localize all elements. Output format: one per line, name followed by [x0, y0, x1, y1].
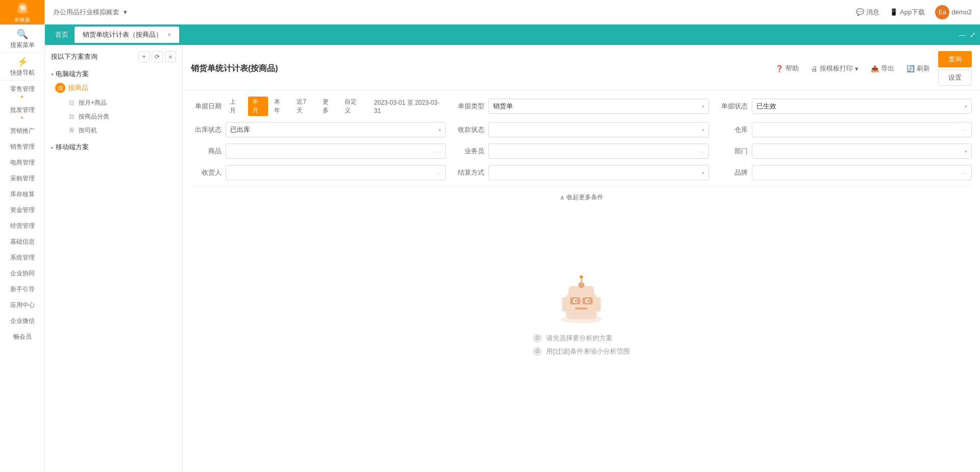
tip-2-text: 用[过滤]条件来缩小分析范围: [546, 347, 629, 356]
receiver-dots-icon: ···: [435, 169, 441, 177]
out-status-value: 已出库: [230, 125, 250, 134]
settings-btn[interactable]: 设置: [938, 69, 972, 86]
right-content: 销货单统计计表(按商品) ❓ 帮助 🖨 按模板打印 ▾ 📤 导出: [183, 45, 980, 472]
brand-label: 品牌: [717, 168, 748, 177]
tab-sales-report-label: 销货单统计计表（按商品）: [83, 30, 162, 39]
active-item-icon-text: 按: [58, 84, 63, 92]
date-tab-more[interactable]: 更多: [318, 97, 339, 116]
filter-row-3: 商品 ··· 业务员 ···: [191, 144, 972, 159]
sidebar-item-basic[interactable]: 基础信息: [0, 233, 44, 249]
sidebar-item-member[interactable]: 畅会员: [0, 328, 44, 344]
user-profile[interactable]: Ea demo2: [935, 5, 972, 19]
retail-label: 零售管理: [10, 85, 35, 93]
tree-group-pc[interactable]: ▾ 电脑端方案: [45, 66, 182, 80]
wholesale-arrow: ▴: [21, 114, 23, 120]
sidebar-item-retail[interactable]: 零售管理 ▴: [0, 81, 44, 102]
receiver-label: 收货人: [191, 168, 222, 177]
date-tabs: 上月 本月 本年 近7天 更多 自定义: [226, 97, 367, 116]
sidebar-item-system[interactable]: 系统管理: [0, 249, 44, 265]
sub-item-label-2: 按商品分类: [79, 112, 109, 121]
sidebar-item-apps[interactable]: 应用中心: [0, 297, 44, 313]
salesperson-label: 业务员: [454, 147, 484, 156]
payment-method-select[interactable]: ▾: [488, 165, 708, 180]
sidebar-item-finance[interactable]: 资金管理: [0, 202, 44, 218]
sidebar-item-wechat[interactable]: 企业微信: [0, 313, 44, 328]
tree-sub-item-driver[interactable]: 库 按司机: [45, 124, 182, 137]
purchase-label: 采购管理: [10, 174, 35, 183]
sidebar-item-sales[interactable]: 销售管理: [0, 138, 44, 154]
collapse-filters-btn[interactable]: ∧ 收起更多条件: [557, 190, 606, 205]
tab-home[interactable]: 首页: [49, 27, 75, 43]
sidebar-search-item[interactable]: 🔍 搜索菜单: [0, 25, 44, 53]
filter-row-4: 收货人 ··· 结算方式 ▾: [191, 165, 972, 180]
sidebar-item-ecommerce[interactable]: 电商管理: [0, 154, 44, 170]
sidebar-item-purchase[interactable]: 采购管理: [0, 170, 44, 186]
svg-rect-4: [566, 294, 597, 319]
tab-sales-report[interactable]: 销货单统计计表（按商品） ×: [75, 27, 179, 43]
doc-status-select[interactable]: 已生效 ▾: [752, 99, 972, 114]
sidebar-item-operations[interactable]: 经营管理: [0, 218, 44, 233]
sidebar-item-inventory[interactable]: 库存核算: [0, 186, 44, 202]
tip-1-text: 请先选择要分析的方案: [546, 334, 612, 343]
date-tab-last-month[interactable]: 上月: [226, 97, 246, 116]
add-scheme-btn[interactable]: +: [138, 51, 150, 62]
brand-input[interactable]: ···: [752, 165, 972, 180]
tree-sub-item-month-product[interactable]: 日 按月+商品: [45, 96, 182, 110]
payment-status-select[interactable]: ▾: [488, 122, 708, 137]
filter-item-date: 单据日期 上月 本月 本年 近7天 更多 自定义 2023-03-01 至 20…: [191, 97, 446, 116]
doc-type-value: 销货单: [493, 102, 513, 111]
inventory-label: 库存核算: [10, 190, 35, 199]
query-btn[interactable]: 查询: [938, 51, 972, 67]
receiver-input[interactable]: ···: [226, 165, 446, 180]
filter-item-receiver: 收货人 ···: [191, 165, 446, 180]
help-btn[interactable]: ❓ 帮助: [771, 61, 803, 76]
out-status-select[interactable]: 已出库 ▾: [226, 122, 446, 137]
sidebar-item-marketing[interactable]: 营销推广: [0, 123, 44, 138]
filter-row-1: 单据日期 上月 本月 本年 近7天 更多 自定义 2023-03-01 至 20…: [191, 97, 972, 116]
sidebar: 畅 标账版 🔍 搜索菜单 ⚡ 快捷导航 零售管理 ▴ 批发管理 ▴ 营销推广 销…: [0, 0, 45, 472]
filter-item-payment-status: 收款状态 ▾: [454, 122, 708, 137]
sidebar-item-guide[interactable]: 新手引导: [0, 281, 44, 297]
tree-group-mobile[interactable]: ▸ 移动端方案: [45, 139, 182, 153]
empty-tip-1: ① 请先选择要分析的方案: [533, 334, 629, 343]
sub-item-icon-1: 日: [67, 99, 76, 107]
sidebar-item-enterprise[interactable]: 企业协同: [0, 265, 44, 281]
expand-icon[interactable]: ⤢: [970, 31, 976, 39]
filter-row-2: 出库状态 已出库 ▾ 收款状态 ▾: [191, 122, 972, 137]
print-label: 按模板打印: [820, 64, 853, 73]
doc-status-value: 已生效: [756, 102, 776, 111]
print-btn[interactable]: 🖨 按模板打印 ▾: [807, 61, 863, 76]
department-select[interactable]: ▾: [752, 144, 972, 159]
message-btn[interactable]: 💬 消息: [856, 8, 879, 17]
sidebar-item-quicknav[interactable]: ⚡ 快捷导航: [0, 53, 44, 80]
tree-sub-item-category[interactable]: 目 按商品分类: [45, 110, 182, 124]
svg-rect-11: [575, 308, 587, 310]
date-tab-7days[interactable]: 近7天: [292, 97, 316, 116]
date-tab-custom[interactable]: 自定义: [340, 97, 367, 116]
date-tab-this-year[interactable]: 本年: [270, 97, 290, 116]
refresh-btn[interactable]: 🔄 刷新: [902, 61, 934, 76]
collapse-panel-btn[interactable]: «: [165, 51, 176, 62]
svg-point-15: [578, 282, 584, 288]
product-dots-icon: ···: [435, 148, 441, 155]
product-input[interactable]: ···: [226, 144, 446, 159]
doc-type-select[interactable]: 销货单 ▾: [488, 99, 708, 114]
tab-close-btn[interactable]: ×: [167, 31, 171, 38]
tree-item-by-product[interactable]: 按 按商品: [45, 80, 182, 96]
collapse-icon: ∧: [560, 194, 565, 201]
page-actions: ❓ 帮助 🖨 按模板打印 ▾ 📤 导出 🔄 刷新: [771, 51, 972, 86]
date-range-display: 2023-03-01 至 2023-03-31: [374, 99, 446, 114]
page-title: 销货单统计计表(按商品): [191, 63, 278, 74]
tip-1-num: ①: [533, 334, 542, 343]
salesperson-input[interactable]: ···: [488, 144, 708, 159]
header-industry: 办公用品行业模拟账套 ▾: [53, 8, 127, 17]
refresh-scheme-btn[interactable]: ⟳: [152, 51, 163, 62]
date-tab-this-month[interactable]: 本月: [248, 97, 268, 116]
sales-label: 销售管理: [10, 143, 35, 151]
warehouse-input[interactable]: ···: [752, 122, 972, 137]
minimize-icon[interactable]: —: [959, 31, 966, 39]
empty-tip-2: ② 用[过滤]条件来缩小分析范围: [533, 347, 629, 356]
export-btn[interactable]: 📤 导出: [867, 61, 898, 76]
sidebar-item-wholesale[interactable]: 批发管理 ▴: [0, 102, 44, 123]
app-download-btn[interactable]: 📱 App下载: [890, 8, 925, 17]
